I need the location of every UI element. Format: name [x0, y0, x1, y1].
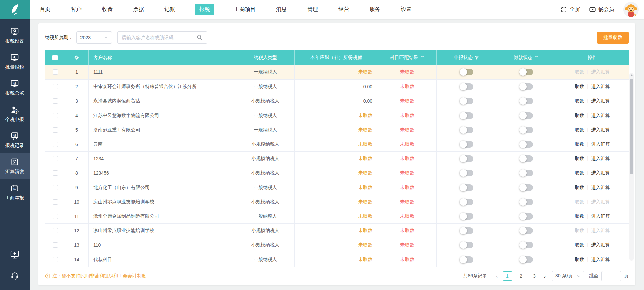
enter-settlement-link[interactable]: 进入汇算 [591, 185, 610, 190]
row-checkbox[interactable] [53, 113, 58, 118]
client-download-button[interactable] [10, 250, 19, 261]
row-checkbox[interactable] [53, 199, 58, 205]
declare-status-toggle[interactable] [460, 83, 473, 90]
fetch-data-link[interactable]: 取数 [575, 156, 584, 161]
fetch-data-link[interactable]: 取数 [575, 113, 584, 118]
enter-settlement-link[interactable]: 进入汇算 [591, 113, 610, 118]
page-number-1[interactable]: 1 [503, 271, 512, 281]
row-checkbox[interactable] [53, 170, 58, 176]
declare-status-toggle[interactable] [460, 69, 473, 75]
payment-status-toggle[interactable] [520, 83, 533, 90]
row-checkbox[interactable] [53, 142, 58, 147]
row-checkbox[interactable] [53, 228, 58, 233]
fetch-data-link[interactable]: 取数 [575, 199, 584, 204]
prev-page-button[interactable]: ‹ [496, 273, 498, 279]
sidebar-item-个税申报[interactable]: ¥个税申报 [0, 101, 30, 127]
enter-settlement-link[interactable]: 进入汇算 [591, 213, 610, 219]
page-number-3[interactable]: 3 [530, 271, 539, 281]
gear-icon[interactable] [74, 55, 80, 61]
fullscreen-button[interactable]: 全屏 [560, 6, 580, 13]
enter-settlement-link[interactable]: 进入汇算 [591, 156, 610, 161]
topnav-item[interactable]: 经营 [338, 4, 350, 15]
topnav-item[interactable]: 报税 [195, 4, 214, 15]
topnav-item[interactable]: 客户 [70, 4, 82, 15]
fetch-data-link[interactable]: 取数 [575, 185, 584, 190]
payment-status-toggle[interactable] [520, 199, 533, 205]
payment-status-toggle[interactable] [520, 242, 533, 248]
declare-status-toggle[interactable] [460, 155, 473, 162]
row-checkbox[interactable] [53, 242, 58, 248]
enter-settlement-link[interactable]: 进入汇算 [591, 199, 610, 204]
fetch-data-link[interactable]: 取数 [575, 141, 584, 147]
scrollbar-thumb[interactable] [630, 79, 633, 174]
jump-page-input[interactable] [601, 271, 621, 281]
fetch-data-link[interactable]: 取数 [575, 127, 584, 132]
enter-settlement-link[interactable]: 进入汇算 [591, 127, 610, 132]
select-all-checkbox[interactable] [52, 55, 58, 60]
declare-status-toggle[interactable] [460, 112, 473, 119]
payment-status-toggle[interactable] [520, 170, 533, 176]
fetch-data-link[interactable]: 取数 [575, 69, 584, 74]
topnav-item[interactable]: 首页 [39, 4, 51, 15]
fetch-data-link[interactable]: 取数 [575, 98, 584, 103]
declare-status-toggle[interactable] [460, 256, 473, 263]
declare-status-toggle[interactable] [460, 141, 473, 148]
filter-funnel-icon[interactable] [534, 56, 539, 60]
topnav-item[interactable]: 服务 [369, 4, 381, 15]
enter-settlement-link[interactable]: 进入汇算 [591, 98, 610, 103]
search-button[interactable] [192, 31, 207, 44]
row-checkbox[interactable] [53, 214, 58, 219]
support-headset-button[interactable] [10, 271, 19, 281]
declare-status-toggle[interactable] [460, 127, 473, 133]
payment-status-toggle[interactable] [520, 98, 533, 104]
topnav-item[interactable]: 设置 [400, 4, 412, 15]
payment-status-toggle[interactable] [520, 127, 533, 133]
filter-funnel-icon[interactable] [475, 56, 479, 60]
enter-settlement-link[interactable]: 进入汇算 [591, 242, 610, 247]
declare-status-toggle[interactable] [460, 199, 473, 205]
payment-status-toggle[interactable] [520, 256, 533, 263]
fetch-data-link[interactable]: 取数 [575, 228, 584, 233]
payment-status-toggle[interactable] [520, 112, 533, 119]
row-checkbox[interactable] [53, 185, 58, 190]
tax-period-select[interactable]: 2023 [76, 31, 112, 44]
declare-status-toggle[interactable] [460, 242, 473, 248]
fetch-data-link[interactable]: 取数 [575, 170, 584, 175]
sidebar-item-报税总览[interactable]: 税报税总览 [0, 75, 30, 101]
next-page-button[interactable]: › [544, 273, 546, 279]
fetch-data-link[interactable]: 取数 [575, 257, 584, 262]
enter-settlement-link[interactable]: 进入汇算 [591, 170, 610, 175]
sidebar-item-批量报税[interactable]: 批量报税 [0, 49, 30, 75]
payment-status-toggle[interactable] [520, 213, 533, 220]
sidebar-item-报税设置[interactable]: 报税设置 [0, 23, 30, 49]
customer-search-input[interactable] [117, 31, 192, 44]
topnav-item[interactable]: 记账 [164, 4, 176, 15]
sidebar-item-工商年报[interactable]: 年工商年报 [0, 179, 30, 206]
sidebar-item-报税记录[interactable]: 税报税记录 [0, 127, 30, 153]
payment-status-toggle[interactable] [520, 184, 533, 191]
member-video-button[interactable]: 畅会员 [589, 6, 614, 13]
row-checkbox[interactable] [53, 127, 58, 133]
enter-settlement-link[interactable]: 进入汇算 [591, 257, 610, 262]
declare-status-toggle[interactable] [460, 98, 473, 104]
declare-status-toggle[interactable] [460, 213, 473, 220]
row-checkbox[interactable] [53, 69, 58, 75]
fetch-data-link[interactable]: 取数 [575, 213, 584, 219]
filter-funnel-icon[interactable] [420, 56, 425, 60]
fetch-data-link[interactable]: 取数 [575, 242, 584, 247]
declare-status-toggle[interactable] [460, 227, 473, 234]
user-avatar[interactable] [623, 2, 639, 17]
payment-status-toggle[interactable] [520, 155, 533, 162]
declare-status-toggle[interactable] [460, 170, 473, 176]
page-size-select[interactable]: 30 条/页 [552, 271, 584, 281]
enter-settlement-link[interactable]: 进入汇算 [591, 141, 610, 147]
topnav-item[interactable]: 票据 [132, 4, 145, 15]
enter-settlement-link[interactable]: 进入汇算 [591, 84, 610, 89]
row-checkbox[interactable] [53, 98, 58, 104]
row-checkbox[interactable] [53, 257, 58, 262]
row-checkbox[interactable] [53, 84, 58, 89]
topnav-item[interactable]: 收费 [101, 4, 113, 15]
page-number-2[interactable]: 2 [516, 271, 526, 281]
enter-settlement-link[interactable]: 进入汇算 [591, 69, 610, 74]
fetch-data-link[interactable]: 取数 [575, 84, 584, 89]
